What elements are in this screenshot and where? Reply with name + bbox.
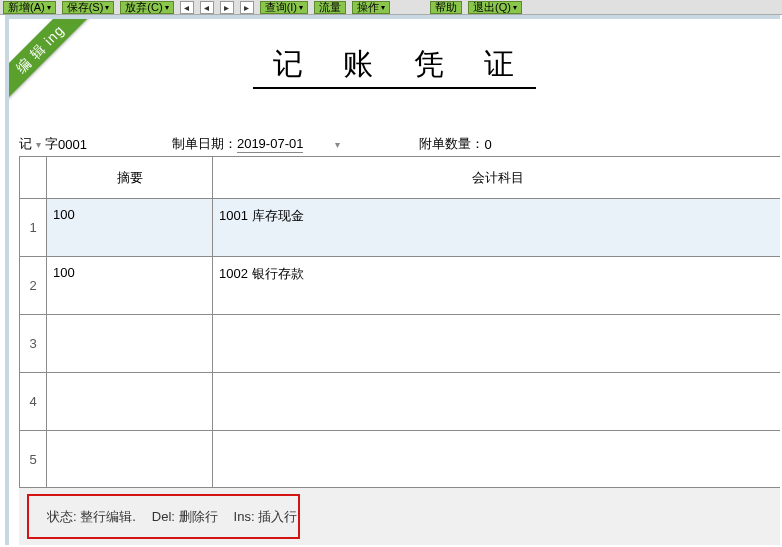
cell-summary[interactable]: 100 — [47, 199, 213, 257]
status-mode: 状态: 整行编辑. — [47, 508, 136, 526]
row-number: 3 — [20, 315, 47, 373]
cell-subject[interactable] — [213, 431, 781, 489]
date-dropdown-icon[interactable]: ▾ — [335, 139, 340, 150]
voucher-word-label: 记 — [19, 135, 32, 153]
save-button[interactable]: 保存(S)▾ — [62, 1, 115, 14]
page-title: 记 账 凭 证 — [253, 44, 536, 89]
main-toolbar: 新增(A)▾ 保存(S)▾ 放弃(C)▾ ◂ ◂ ▸ ▸ 查询(I)▾ 流量 操… — [0, 0, 782, 15]
status-bar: 状态: 整行编辑. Del: 删除行 Ins: 插入行 — [27, 494, 300, 539]
row-number: 4 — [20, 373, 47, 431]
row-number: 2 — [20, 257, 47, 315]
prev-icon[interactable]: ◂ — [200, 1, 214, 14]
first-icon[interactable]: ◂ — [180, 1, 194, 14]
cell-subject[interactable]: 1001 库存现金 — [213, 199, 781, 257]
next-icon[interactable]: ▸ — [220, 1, 234, 14]
abort-button[interactable]: 放弃(C)▾ — [120, 1, 173, 14]
voucher-word-sep: 字 — [45, 135, 58, 153]
last-icon[interactable]: ▸ — [240, 1, 254, 14]
cell-subject[interactable] — [213, 373, 781, 431]
table-row[interactable]: 4 — [20, 373, 781, 431]
voucher-no-input[interactable]: 0001 — [58, 137, 87, 152]
table-row[interactable]: 1 100 1001 库存现金 — [20, 199, 781, 257]
table-row[interactable]: 5 — [20, 431, 781, 489]
row-number: 5 — [20, 431, 47, 489]
status-ins: Ins: 插入行 — [234, 508, 298, 526]
col-rownum — [20, 157, 47, 199]
dropdown-icon[interactable]: ▾ — [36, 139, 41, 150]
date-label: 制单日期： — [172, 135, 237, 153]
cell-subject[interactable] — [213, 315, 781, 373]
cell-summary[interactable] — [47, 373, 213, 431]
flow-button[interactable]: 流量 — [314, 1, 346, 14]
help-button[interactable]: 帮助 — [430, 1, 462, 14]
add-button[interactable]: 新增(A)▾ — [3, 1, 56, 14]
status-del: Del: 删除行 — [152, 508, 218, 526]
voucher-page: 编 辑 ing 记 账 凭 证 记 ▾ 字 0001 制单日期： 2019-07… — [5, 15, 780, 545]
date-input[interactable]: 2019-07-01 — [237, 136, 304, 153]
op-button[interactable]: 操作▾ — [352, 1, 390, 14]
voucher-grid[interactable]: 摘要 会计科目 1 100 1001 库存现金 2 100 1002 银行存款 … — [19, 156, 780, 489]
cell-summary[interactable] — [47, 431, 213, 489]
table-row[interactable]: 2 100 1002 银行存款 — [20, 257, 781, 315]
col-summary: 摘要 — [47, 157, 213, 199]
cell-summary[interactable] — [47, 315, 213, 373]
table-row[interactable]: 3 — [20, 315, 781, 373]
attach-input[interactable]: 0 — [484, 137, 491, 152]
cell-summary[interactable]: 100 — [47, 257, 213, 315]
attach-label: 附单数量： — [419, 135, 484, 153]
col-subject: 会计科目 — [213, 157, 781, 199]
voucher-meta: 记 ▾ 字 0001 制单日期： 2019-07-01 ▾ 附单数量： 0 — [19, 132, 780, 156]
row-number: 1 — [20, 199, 47, 257]
query-button[interactable]: 查询(I)▾ — [260, 1, 308, 14]
exit-button[interactable]: 退出(Q)▾ — [468, 1, 522, 14]
cell-subject[interactable]: 1002 银行存款 — [213, 257, 781, 315]
